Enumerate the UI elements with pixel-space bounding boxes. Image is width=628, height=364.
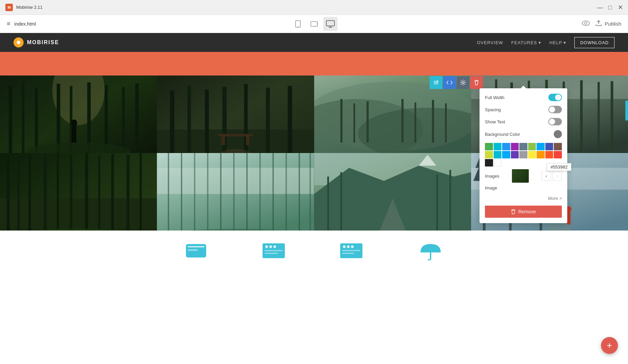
toggle-knob-show-text: [549, 119, 555, 125]
delete-section-button[interactable]: [470, 76, 483, 89]
color-swatch-brown[interactable]: [554, 143, 562, 150]
filename-label: index.html: [15, 21, 36, 27]
color-swatch-teal[interactable]: [494, 151, 502, 158]
nav-brand: MOBIRISE: [13, 37, 59, 48]
color-swatch-light-green[interactable]: [528, 143, 536, 150]
color-swatch-light-blue[interactable]: [537, 143, 545, 150]
preview-button[interactable]: [582, 20, 590, 28]
minimize-button[interactable]: —: [598, 5, 602, 10]
scroll-handle[interactable]: [625, 100, 628, 121]
svg-rect-16: [35, 88, 38, 153]
svg-rect-62: [0, 198, 157, 231]
section-toolbar: [430, 76, 483, 89]
publish-button[interactable]: Publish: [595, 20, 621, 28]
nav-help[interactable]: HELP ▾: [549, 40, 566, 45]
image-thumbnail[interactable]: [512, 169, 529, 183]
svg-rect-36: [222, 136, 225, 145]
color-swatch-black[interactable]: [485, 159, 493, 166]
add-section-fab[interactable]: +: [601, 337, 618, 354]
svg-rect-72: [127, 155, 130, 231]
titlebar: M Mobirise 2.11 — □ ✕: [0, 0, 628, 15]
svg-rect-14: [9, 86, 12, 153]
code-section-button[interactable]: [443, 76, 456, 89]
settings-section-button[interactable]: [457, 76, 469, 89]
icon-item-2: [262, 241, 285, 259]
color-swatch-blue-grey[interactable]: [519, 143, 527, 150]
menu-icon[interactable]: ≡: [7, 20, 10, 27]
svg-rect-43: [340, 99, 342, 143]
svg-rect-44: [353, 103, 355, 143]
close-button[interactable]: ✕: [618, 5, 623, 10]
svg-point-117: [265, 245, 268, 248]
settings-panel: Full Width Spacing Show Text Background …: [480, 88, 567, 223]
color-swatch-sky[interactable]: [502, 151, 510, 158]
svg-rect-58: [580, 80, 583, 153]
color-swatch-cyan[interactable]: [494, 143, 502, 150]
color-swatch-blue[interactable]: [502, 143, 510, 150]
color-swatch-deep-orange[interactable]: [545, 151, 553, 158]
nav-brand-name: MOBIRISE: [27, 39, 59, 46]
show-text-toggle[interactable]: [548, 118, 562, 125]
svg-rect-65: [28, 156, 31, 231]
mobile-device-button[interactable]: [291, 17, 305, 31]
background-color-setting: Background Color: [485, 130, 562, 138]
color-swatch-red[interactable]: [554, 151, 562, 158]
gallery-image-7: [314, 153, 471, 231]
background-color-circle[interactable]: [554, 130, 562, 138]
more-link[interactable]: More >: [485, 196, 562, 201]
color-swatch-green[interactable]: [485, 143, 493, 150]
maximize-button[interactable]: □: [608, 5, 612, 10]
sun-icon: [13, 37, 24, 48]
svg-rect-35: [218, 134, 253, 136]
svg-point-129: [462, 82, 464, 84]
svg-rect-81: [220, 153, 222, 231]
gallery-image-6: [157, 153, 314, 231]
color-swatch-purple[interactable]: [511, 143, 519, 150]
svg-rect-95: [340, 172, 342, 231]
svg-rect-21: [122, 87, 125, 153]
tablet-device-button[interactable]: [307, 17, 321, 31]
full-width-label: Full Width: [485, 95, 504, 100]
color-swatch-white[interactable]: [494, 159, 502, 166]
orange-banner: [0, 52, 628, 75]
remove-button[interactable]: Remove: [485, 206, 562, 218]
panel-arrow: [521, 86, 526, 88]
spacing-toggle[interactable]: [548, 106, 562, 113]
svg-point-1: [298, 26, 298, 27]
nav-features[interactable]: FEATURES ▾: [511, 40, 541, 45]
color-swatch-yellow[interactable]: [528, 151, 536, 158]
svg-rect-126: [342, 250, 360, 251]
image-nav-arrows: ‹ ›: [542, 171, 562, 181]
svg-rect-66: [44, 154, 47, 231]
svg-rect-49: [445, 103, 446, 143]
svg-rect-78: [181, 153, 182, 231]
color-swatch-lime[interactable]: [485, 151, 493, 158]
nav-links: OVERVIEW FEATURES ▾ HELP ▾ DOWNLOAD: [477, 37, 615, 48]
next-image-button: ›: [552, 171, 562, 181]
full-width-toggle[interactable]: [548, 94, 562, 101]
svg-rect-77: [168, 153, 169, 231]
swap-section-button[interactable]: [430, 76, 442, 89]
nav-download-button[interactable]: DOWNLOAD: [574, 37, 615, 48]
gallery-image-2: [157, 75, 314, 153]
svg-rect-120: [265, 250, 283, 251]
svg-rect-4: [326, 21, 334, 26]
svg-rect-30: [205, 89, 209, 153]
spacing-label: Spacing: [485, 107, 501, 112]
show-text-setting: Show Text: [485, 118, 562, 125]
color-swatch-orange[interactable]: [537, 151, 545, 158]
svg-rect-83: [246, 153, 248, 231]
preview-area: MOBIRISE OVERVIEW FEATURES ▾ HELP ▾ DOWN…: [0, 33, 628, 364]
svg-rect-94: [327, 177, 329, 231]
image-label-row: Image: [485, 185, 562, 194]
svg-point-3: [317, 24, 317, 24]
color-swatch-deep-purple[interactable]: [511, 151, 519, 158]
nav-overview[interactable]: OVERVIEW: [477, 40, 503, 45]
color-swatch-grey[interactable]: [519, 151, 527, 158]
svg-rect-45: [366, 101, 368, 143]
prev-image-button[interactable]: ‹: [542, 171, 551, 181]
desktop-device-button[interactable]: [323, 17, 337, 31]
window-controls: — □ ✕: [598, 5, 623, 10]
svg-rect-73: [140, 153, 142, 231]
color-swatch-indigo[interactable]: [545, 143, 553, 150]
